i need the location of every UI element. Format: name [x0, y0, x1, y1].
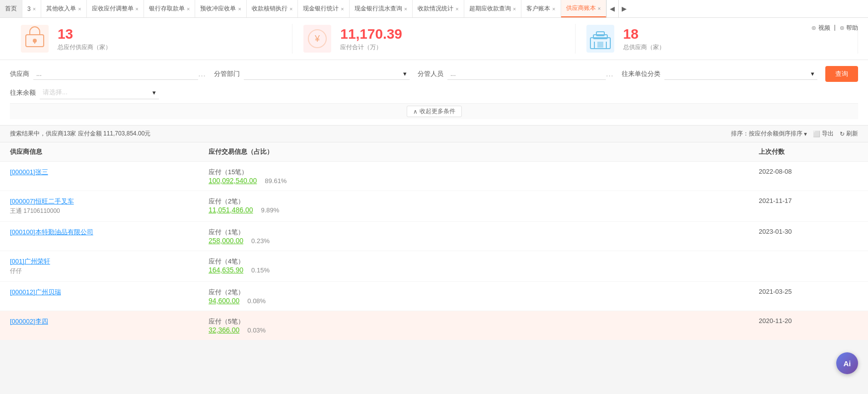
supplier-cell-4: [001]广州荣轩 仔仔 — [10, 257, 209, 275]
category-select[interactable]: ▾ — [664, 68, 818, 80]
close-tab-3[interactable]: × — [33, 6, 36, 12]
nav-tab-3[interactable]: 3 × — [22, 0, 41, 17]
close-tab-pre-receive[interactable]: × — [238, 6, 241, 12]
nav-tab-customer-ledger[interactable]: 客户账本 × — [521, 0, 561, 17]
supplier-name-3[interactable]: [000100]本特勤油品有限公司 — [10, 228, 209, 237]
filter-category-label: 往来单位分类 — [622, 69, 660, 78]
supplier-input[interactable] — [33, 68, 198, 80]
nav-tab-verify[interactable]: 收款核销执行 × — [247, 0, 298, 17]
close-tab-overdue[interactable]: × — [513, 6, 516, 12]
trans-amount-3[interactable]: 258,000.00 — [209, 237, 243, 245]
top-nav: 首页 3 × 其他收入单 × 应收应付调整单 × 银行存取款单 × 预收冲应收单… — [0, 0, 868, 18]
nav-tab-pre-receive-label: 预收冲应收单 — [200, 4, 236, 13]
lastpay-date-6: 2020-11-20 — [759, 317, 792, 325]
supplier-name-1[interactable]: [000001]张三 — [10, 168, 209, 177]
nav-tab-bank-label: 银行存取款单 — [149, 4, 185, 13]
close-tab-bank[interactable]: × — [187, 6, 190, 12]
lastpay-date-1: 2022-08-08 — [759, 168, 792, 175]
refresh-button[interactable]: ↻ 刷新 — [840, 130, 858, 138]
supplier-name-4[interactable]: [001]广州荣轩 — [10, 257, 209, 266]
nav-tab-bank[interactable]: 银行存取款单 × — [144, 0, 195, 17]
trans-amount-5[interactable]: 94,600.00 — [209, 297, 239, 305]
supplier-cell-3: [000100]本特勤油品有限公司 — [10, 228, 209, 237]
payable-suppliers-number: 13 — [58, 26, 111, 43]
video-link[interactable]: ⊙ 视频 — [811, 24, 830, 32]
table-row: [000100]本特勤油品有限公司 应付（1笔） 258,000.00 0.23… — [0, 222, 868, 251]
nav-prev-arrow[interactable]: ◀ — [606, 0, 618, 17]
filter-person-label: 分管人员 — [418, 69, 443, 78]
person-dots-icon[interactable]: … — [606, 69, 614, 78]
table-row: [000002]李四 应付（5笔） 32,366.00 0.03% 2020-1… — [0, 311, 868, 340]
refresh-icon: ↻ — [840, 131, 845, 137]
trans-amount-1[interactable]: 100,092,540.00 — [209, 177, 257, 185]
nav-next-arrow[interactable]: ▶ — [618, 0, 630, 17]
trans-amount-4[interactable]: 164,635.90 — [209, 266, 243, 274]
payable-suppliers-label: 总应付供应商（家） — [58, 43, 111, 52]
supplier-name-5[interactable]: [000012]广州贝瑞 — [10, 288, 209, 297]
close-tab-verify[interactable]: × — [289, 6, 292, 12]
table-row: [001]广州荣轩 仔仔 应付（4笔） 164,635.90 0.15% — [0, 251, 868, 282]
lastpay-date-2: 2021-11-17 — [759, 197, 792, 204]
close-tab-supplier-ledger[interactable]: × — [598, 5, 601, 11]
nav-tab-other-income-label: 其他收入单 — [46, 4, 76, 13]
table-row: [000001]张三 应付（15笔） 100,092,540.00 89.61%… — [0, 162, 868, 191]
lastpay-cell-1: 2022-08-08 — [759, 168, 858, 175]
close-tab-cash-query[interactable]: × — [404, 6, 407, 12]
filter-balance: 往来余额 请选择... ▾ — [10, 86, 159, 99]
ai-label: Ai — [844, 359, 851, 368]
help-link[interactable]: ⊙ 帮助 — [840, 24, 858, 32]
nav-tab-other-income[interactable]: 其他收入单 × — [41, 0, 86, 17]
close-tab-adjust[interactable]: × — [136, 6, 139, 12]
lastpay-cell-3: 2023-01-30 — [759, 228, 858, 235]
nav-tab-cash-stat[interactable]: 现金银行统计 × — [298, 0, 349, 17]
nav-tab-supplier-ledger[interactable]: 供应商账本 × — [561, 0, 606, 17]
stat-info-total-suppliers: 18 总供应商（家） — [623, 26, 665, 52]
nav-tab-pre-receive[interactable]: 预收冲应收单 × — [195, 0, 246, 17]
stat-block-payable-total: ¥ 11,170.39 应付合计（万） — [292, 24, 575, 54]
close-tab-collect-stat[interactable]: × — [455, 6, 458, 12]
nav-tab-adjust[interactable]: 应收应付调整单 × — [87, 0, 144, 17]
page-wrapper: 首页 3 × 其他收入单 × 应收应付调整单 × 银行存取款单 × 预收冲应收单… — [0, 0, 868, 394]
supplier-name-2[interactable]: [000007]恒旺二手叉车 — [10, 197, 209, 206]
query-button[interactable]: 查询 — [825, 66, 858, 82]
category-chevron-icon: ▾ — [811, 70, 814, 77]
payable-total-label: 应付合计（万） — [340, 43, 402, 52]
nav-tab-cash-query[interactable]: 现金银行流水查询 × — [350, 0, 413, 17]
filter-category: 往来单位分类 ▾ — [622, 68, 818, 80]
trans-amount-2[interactable]: 11,051,486.00 — [209, 206, 253, 214]
supplier-cell-5: [000012]广州贝瑞 — [10, 288, 209, 297]
nav-tab-customer-ledger-label: 客户账本 — [526, 4, 550, 13]
transaction-cell-2: 应付（2笔） 11,051,486.00 9.89% — [209, 197, 759, 214]
close-tab-other-income[interactable]: × — [78, 6, 81, 12]
collapse-button[interactable]: ∧ 收起更多条件 — [407, 106, 462, 117]
supplier-cell-6: [000002]李四 — [10, 317, 209, 326]
nav-tab-cash-stat-label: 现金银行统计 — [303, 4, 339, 13]
sort-chevron-icon: ▾ — [804, 131, 807, 137]
stat-info-payable-total: 11,170.39 应付合计（万） — [340, 26, 402, 52]
nav-tab-overdue[interactable]: 超期应收款查询 × — [464, 0, 521, 17]
transaction-cell-5: 应付（2笔） 94,600.00 0.08% — [209, 288, 759, 305]
ai-badge[interactable]: Ai — [836, 352, 858, 374]
close-tab-cash-stat[interactable]: × — [341, 6, 344, 12]
nav-tab-home[interactable]: 首页 — [0, 0, 22, 17]
export-button[interactable]: ⬜ 导出 — [813, 130, 834, 138]
trans-label-6: 应付（5笔） — [209, 317, 759, 326]
table-row: [000012]广州贝瑞 应付（2笔） 94,600.00 0.08% 2021… — [0, 282, 868, 311]
balance-select[interactable]: 请选择... ▾ — [40, 86, 159, 99]
close-tab-customer-ledger[interactable]: × — [552, 6, 555, 12]
trans-amount-6[interactable]: 32,366.00 — [209, 326, 239, 334]
stats-header: 13 总应付供应商（家） ¥ 11,170.39 应付合计（万） — [0, 18, 868, 60]
filter-dept: 分管部门 ▾ — [214, 68, 410, 80]
dept-select[interactable]: ▾ — [244, 68, 410, 80]
result-bar: 搜索结果中，供应商13家 应付金额 111,703,854.00元 排序：按应付… — [0, 126, 868, 142]
supplier-contact-4: 仔仔 — [10, 267, 209, 275]
person-input[interactable] — [447, 68, 606, 80]
lastpay-cell-6: 2020-11-20 — [759, 317, 858, 325]
supplier-name-6[interactable]: [000002]李四 — [10, 317, 209, 326]
transaction-cell-3: 应付（1笔） 258,000.00 0.23% — [209, 228, 759, 245]
sort-button[interactable]: 排序：按应付余额倒序排序 ▾ — [731, 130, 807, 138]
nav-tab-collect-stat[interactable]: 收款情况统计 × — [413, 0, 464, 17]
transaction-cell-4: 应付（4笔） 164,635.90 0.15% — [209, 257, 759, 274]
nav-tab-overdue-label: 超期应收款查询 — [469, 4, 511, 13]
supplier-dots-icon[interactable]: … — [198, 69, 206, 78]
